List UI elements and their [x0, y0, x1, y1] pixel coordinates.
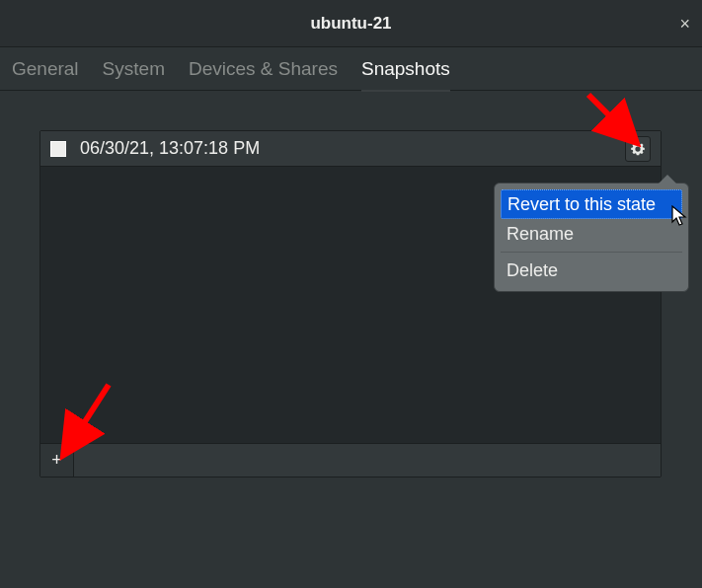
menu-revert[interactable]: Revert to this state: [501, 189, 682, 219]
snapshot-row[interactable]: 06/30/21, 13:07:18 PM: [40, 131, 661, 167]
tab-label: Devices & Shares: [189, 58, 338, 80]
tab-label: General: [12, 58, 79, 80]
snapshot-gear-button[interactable]: [625, 136, 651, 162]
snapshot-timestamp: 06/30/21, 13:07:18 PM: [80, 138, 625, 159]
window-title: ubuntu-21: [310, 14, 391, 34]
menu-item-label: Rename: [507, 224, 574, 245]
close-button[interactable]: ×: [679, 0, 690, 47]
gear-icon: [631, 142, 645, 156]
menu-item-label: Revert to this state: [507, 194, 656, 215]
menu-delete[interactable]: Delete: [501, 256, 682, 285]
menu-rename[interactable]: Rename: [501, 219, 682, 249]
panel-footer: +: [40, 443, 661, 477]
plus-icon: +: [51, 450, 62, 471]
tab-label: Snapshots: [361, 58, 450, 80]
menu-item-label: Delete: [507, 260, 558, 281]
tab-bar: General System Devices & Shares Snapshot…: [0, 47, 702, 91]
tab-devices[interactable]: Devices & Shares: [189, 47, 338, 91]
tab-system[interactable]: System: [103, 47, 165, 91]
titlebar: ubuntu-21 ×: [0, 0, 702, 47]
snapshot-checkbox[interactable]: [50, 141, 66, 157]
add-snapshot-button[interactable]: +: [40, 444, 74, 477]
gear-popover-menu: Revert to this state Rename Delete: [494, 183, 689, 292]
tab-general[interactable]: General: [12, 47, 79, 91]
tab-label: System: [103, 58, 165, 80]
menu-separator: [501, 252, 682, 253]
tab-snapshots[interactable]: Snapshots: [361, 47, 450, 91]
